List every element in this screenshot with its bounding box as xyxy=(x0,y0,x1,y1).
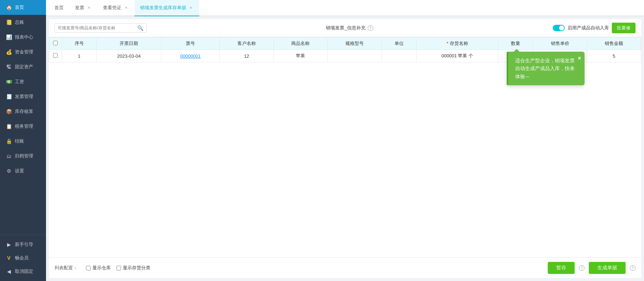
guide-icon: ▶ xyxy=(6,241,12,248)
row-spec xyxy=(328,50,382,62)
sidebar-item-invoice[interactable]: 🧾 发票管理 xyxy=(0,89,46,104)
show-warehouse-text: 显示仓库 xyxy=(92,265,111,271)
toggle-label: 启用产成品自动入库 xyxy=(568,25,609,31)
show-category-checkbox[interactable] xyxy=(116,266,121,270)
info-label: 销项发票_信息补充 xyxy=(326,25,365,31)
sidebar-item-archive[interactable]: 🗂 归档管理 xyxy=(0,149,46,164)
sidebar-item-guide[interactable]: ▶ 新手引导 xyxy=(0,238,46,251)
header-date: 开票日期 xyxy=(97,38,161,50)
sidebar: 🏠 首页 📒 总账 📊 报表中心 💰 资金管理 🏗 固定资产 💵 工资 🧾 发票… xyxy=(0,0,46,281)
header-customer: 客户名称 xyxy=(220,38,274,50)
sidebar-item-label: 资金管理 xyxy=(15,49,33,55)
inventory-icon: 📦 xyxy=(6,108,12,115)
sidebar-item-label: 畅会员 xyxy=(15,255,29,261)
assets-icon: 🏗 xyxy=(6,64,12,70)
header-checkbox-cell xyxy=(49,38,62,50)
show-category-label[interactable]: 显示存货分类 xyxy=(116,265,150,271)
sidebar-item-ledger[interactable]: 📒 总账 xyxy=(0,15,46,30)
select-all-checkbox[interactable] xyxy=(53,41,58,45)
search-box[interactable]: 🔍 xyxy=(54,23,146,33)
sidebar-item-label: 发票管理 xyxy=(15,93,33,100)
header-number: 票号 xyxy=(161,38,220,50)
row-unit xyxy=(381,50,416,62)
sidebar-item-member[interactable]: V 畅会员 xyxy=(0,251,46,265)
close-account-icon: 🔒 xyxy=(6,138,12,144)
header-amount: 销售金额 xyxy=(587,38,641,50)
tab-stock-entry-close[interactable]: × xyxy=(188,5,194,11)
generate-info-icon[interactable]: ? xyxy=(630,265,636,271)
header-unit-price: 销售单价 xyxy=(533,38,587,50)
sidebar-item-assets[interactable]: 🏗 固定资产 xyxy=(0,59,46,74)
tab-voucher-close[interactable]: × xyxy=(123,5,129,11)
tooltip-text: 适合生产型企业，销项发票自动生成产成品入库，快来体验～ xyxy=(512,57,579,80)
sidebar-item-home[interactable]: 🏠 首页 xyxy=(0,0,46,15)
tab-home-label: 首页 xyxy=(54,5,64,11)
sidebar-item-label: 新手引导 xyxy=(15,241,33,248)
member-icon: V xyxy=(6,255,12,261)
sidebar-item-label: 结账 xyxy=(15,138,24,144)
sidebar-item-settings[interactable]: ⚙ 设置 xyxy=(0,164,46,178)
tab-invoice-close[interactable]: × xyxy=(86,5,92,11)
search-input[interactable] xyxy=(58,25,135,30)
row-number[interactable]: 00000001 xyxy=(161,50,220,62)
archive-icon: 🗂 xyxy=(6,153,12,159)
tab-invoice[interactable]: 发票 × xyxy=(69,0,97,16)
row-checkbox-cell xyxy=(49,50,62,62)
content-area: 🔍 销项发票_信息补充 ? 启用产成品自动入库 批量修 xyxy=(49,19,641,278)
tab-home[interactable]: 首页 xyxy=(49,0,69,16)
toolbar-top: 🔍 销项发票_信息补充 ? 启用产成品自动入库 批量修 xyxy=(49,19,641,37)
cancel-fix-button[interactable]: ◀ 取消固定 xyxy=(0,265,46,278)
sidebar-item-inventory[interactable]: 📦 库存核算 xyxy=(0,104,46,119)
row-checkbox[interactable] xyxy=(53,53,58,58)
sidebar-item-label: 库存核算 xyxy=(15,108,33,115)
batch-edit-button[interactable]: 批量修 xyxy=(612,23,636,33)
header-unit: 单位 xyxy=(381,38,416,50)
header-seq: 序号 xyxy=(62,38,97,50)
header-inventory: * 存货名称 xyxy=(416,38,498,50)
show-warehouse-checkbox[interactable] xyxy=(86,266,91,270)
tab-invoice-label: 发票 xyxy=(75,5,84,11)
payroll-icon: 💵 xyxy=(6,79,12,85)
generate-button[interactable]: 生成单据 xyxy=(589,262,626,274)
save-button[interactable]: 暂存 xyxy=(548,262,575,274)
tooltip-close-button[interactable]: × xyxy=(578,54,581,63)
invoice-icon: 🧾 xyxy=(6,93,12,100)
row-amount: 5 xyxy=(587,50,641,62)
tax-icon: 📋 xyxy=(6,123,12,130)
sidebar-item-reports[interactable]: 📊 报表中心 xyxy=(0,30,46,45)
info-icon[interactable]: ? xyxy=(368,25,373,31)
reports-icon: 📊 xyxy=(6,34,12,40)
tab-stock-entry[interactable]: 销项发票生成库存单据 × xyxy=(134,0,199,16)
sidebar-item-label: 设置 xyxy=(15,168,24,174)
settings-icon: ⚙ xyxy=(6,168,12,174)
sidebar-item-close[interactable]: 🔒 结账 xyxy=(0,134,46,149)
header-product: 商品名称 xyxy=(274,38,328,50)
tooltip-bar xyxy=(507,52,508,85)
tab-bar: 首页 发票 × 查看凭证 × 销项发票生成库存单据 × xyxy=(46,0,644,16)
cancel-fix-label: 取消固定 xyxy=(15,268,33,275)
show-warehouse-label[interactable]: 显示仓库 xyxy=(86,265,111,271)
tooltip-popup: × 适合生产型企业，销项发票自动生成产成品入库，快来体验～ xyxy=(507,52,585,85)
sidebar-item-label: 固定资产 xyxy=(15,64,33,70)
bottom-bar: 列表配置： 显示仓库 显示存货分类 暂存 ? 生成单据 ? xyxy=(49,257,641,278)
table-header-row: 序号 开票日期 票号 客户名称 商品名称 规格型号 单位 * 存货名称 数量 销… xyxy=(49,38,641,50)
sidebar-item-label: 归档管理 xyxy=(15,153,33,159)
sidebar-bottom: ▶ 新手引导 V 畅会员 ◀ 取消固定 xyxy=(0,235,46,281)
sidebar-item-fund[interactable]: 💰 资金管理 xyxy=(0,45,46,59)
save-info-icon[interactable]: ? xyxy=(579,265,585,271)
sidebar-item-label: 报表中心 xyxy=(15,34,33,40)
home-icon: 🏠 xyxy=(6,4,12,11)
sidebar-item-label: 税务管理 xyxy=(15,123,33,130)
main-area: 首页 发票 × 查看凭证 × 销项发票生成库存单据 × 🔍 销项发票_信息补充 … xyxy=(46,0,644,281)
sidebar-item-label: 首页 xyxy=(15,4,24,11)
auto-stock-toggle[interactable] xyxy=(553,25,565,31)
row-seq: 1 xyxy=(62,50,97,62)
search-icon[interactable]: 🔍 xyxy=(137,25,143,31)
header-spec: 规格型号 xyxy=(328,38,382,50)
row-date: 2023-03-04 xyxy=(97,50,161,62)
sidebar-item-payroll[interactable]: 💵 工资 xyxy=(0,74,46,89)
sidebar-item-tax[interactable]: 📋 税务管理 xyxy=(0,119,46,134)
tab-voucher[interactable]: 查看凭证 × xyxy=(97,0,134,16)
cancel-fix-icon: ◀ xyxy=(6,268,12,275)
row-inventory: 000001 苹果 个 xyxy=(416,50,498,62)
